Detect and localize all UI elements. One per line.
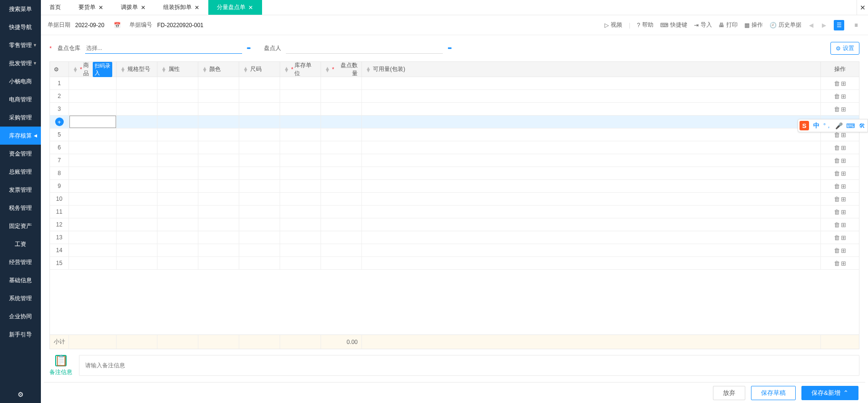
cell[interactable] <box>69 90 117 102</box>
cell[interactable] <box>362 218 821 231</box>
delete-icon[interactable]: 🗑 <box>834 170 840 177</box>
delete-icon[interactable]: 🗑 <box>834 80 840 87</box>
cell[interactable] <box>157 231 198 244</box>
view-detail-icon[interactable]: ≡ <box>851 20 861 30</box>
sidebar-item-11[interactable]: 税务管理 <box>0 199 41 217</box>
cell[interactable] <box>362 257 821 269</box>
row-actions[interactable]: 🗑 ⊞ <box>821 141 859 154</box>
tab-0[interactable]: 首页 <box>41 0 70 15</box>
cell[interactable] <box>280 244 321 256</box>
cell[interactable] <box>280 231 321 244</box>
cell[interactable] <box>280 103 321 115</box>
cell[interactable] <box>117 77 157 89</box>
cell[interactable] <box>69 244 117 256</box>
cell[interactable] <box>239 167 280 179</box>
copy-icon[interactable]: ⊞ <box>841 260 846 267</box>
sidebar-item-14[interactable]: 经营管理 <box>0 253 41 271</box>
row-actions[interactable]: 🗑 ⊞ <box>821 180 859 192</box>
cell[interactable] <box>69 193 117 205</box>
copy-icon[interactable]: ⊞ <box>841 234 846 241</box>
table-row[interactable]: 8🗑 ⊞ <box>50 167 859 180</box>
print-button[interactable]: 🖶 打印 <box>719 21 738 29</box>
table-row[interactable]: 15🗑 ⊞ <box>50 257 859 270</box>
copy-icon[interactable]: ⊞ <box>841 106 846 113</box>
th-qty[interactable]: ▲▼*盘点数量 <box>321 62 362 77</box>
view-list-icon[interactable]: ☰ <box>834 20 844 30</box>
cell[interactable] <box>321 180 362 192</box>
cell[interactable] <box>157 193 198 205</box>
video-button[interactable]: ▷ 视频 <box>605 21 622 29</box>
cell[interactable] <box>239 154 280 167</box>
cell[interactable] <box>117 167 157 179</box>
scan-tag[interactable]: 扫码录入 <box>93 62 112 77</box>
th-size[interactable]: ▲▼尺码 <box>239 62 280 77</box>
tab-4[interactable]: 分量盘点单✕ <box>208 0 262 15</box>
save-new-button[interactable]: 保存&新增⌃ <box>801 386 858 400</box>
cell[interactable] <box>321 141 362 154</box>
operate-button[interactable]: ▦ 操作 <box>744 21 763 29</box>
delete-icon[interactable]: 🗑 <box>834 93 840 100</box>
cell[interactable] <box>280 141 321 154</box>
sidebar-item-8[interactable]: 资金管理 <box>0 145 41 163</box>
row-actions[interactable]: 🗑 ⊞ <box>821 167 859 179</box>
cell[interactable] <box>239 77 280 89</box>
calendar-icon[interactable]: 📅 <box>114 22 121 29</box>
row-actions[interactable]: 🗑 ⊞ <box>821 103 859 115</box>
sidebar-item-3[interactable]: 批发管理▼ <box>0 54 41 72</box>
cell[interactable] <box>198 103 239 115</box>
row-actions[interactable]: 🗑 ⊞ <box>821 231 859 244</box>
cell[interactable] <box>198 116 239 128</box>
cell[interactable] <box>280 180 321 192</box>
cell[interactable] <box>239 116 280 128</box>
close-icon[interactable]: ✕ <box>141 4 146 11</box>
cell[interactable] <box>157 154 198 167</box>
cell[interactable] <box>198 231 239 244</box>
row-actions[interactable]: 🗑 ⊞ <box>821 244 859 256</box>
delete-icon[interactable]: 🗑 <box>834 208 840 216</box>
cell[interactable] <box>321 218 362 231</box>
cell[interactable] <box>239 218 280 231</box>
cell[interactable] <box>321 154 362 167</box>
product-input[interactable] <box>69 116 116 128</box>
cell[interactable] <box>321 257 362 269</box>
row-actions[interactable]: 🗑 ⊞ <box>821 206 859 218</box>
cell[interactable] <box>117 90 157 102</box>
cell[interactable] <box>280 116 321 128</box>
table-row[interactable]: 10🗑 ⊞ <box>50 193 859 206</box>
person-more-icon[interactable]: ••• <box>448 45 451 52</box>
sidebar-settings[interactable]: ⚙ <box>0 386 41 403</box>
cell[interactable] <box>198 128 239 141</box>
next-doc-icon[interactable]: ▶ <box>821 22 827 29</box>
cell[interactable] <box>280 193 321 205</box>
sidebar-item-4[interactable]: 小畅电商 <box>0 72 41 90</box>
prev-doc-icon[interactable]: ◀ <box>808 22 814 29</box>
cell[interactable] <box>198 167 239 179</box>
copy-icon[interactable]: ⊞ <box>841 157 846 164</box>
row-actions[interactable]: 🗑 ⊞ <box>821 154 859 167</box>
cell[interactable] <box>198 244 239 256</box>
sidebar-item-12[interactable]: 固定资产 <box>0 217 41 235</box>
discard-button[interactable]: 放弃 <box>713 386 745 400</box>
cell[interactable] <box>198 218 239 231</box>
cell[interactable] <box>280 128 321 141</box>
cell[interactable] <box>321 206 362 218</box>
cell[interactable] <box>157 141 198 154</box>
cell[interactable] <box>69 218 117 231</box>
table-row[interactable]: 5🗑 ⊞ <box>50 128 859 141</box>
sidebar-item-16[interactable]: 系统管理 <box>0 289 41 307</box>
cell[interactable] <box>117 154 157 167</box>
history-button[interactable]: 🕘 历史单据 <box>770 21 801 29</box>
cell[interactable] <box>198 154 239 167</box>
person-input[interactable] <box>286 43 443 54</box>
cell[interactable] <box>321 193 362 205</box>
doc-date-value[interactable]: 2022-09-20 <box>75 22 104 29</box>
cell[interactable] <box>198 257 239 269</box>
sidebar-item-13[interactable]: 工资 <box>0 235 41 253</box>
delete-icon[interactable]: 🗑 <box>834 234 840 241</box>
copy-icon[interactable]: ⊞ <box>841 221 846 228</box>
cell[interactable] <box>69 103 117 115</box>
sidebar-item-15[interactable]: 基础信息 <box>0 271 41 289</box>
remarks-input[interactable] <box>79 355 859 376</box>
add-row-icon[interactable]: + <box>55 118 64 126</box>
cell[interactable] <box>321 90 362 102</box>
